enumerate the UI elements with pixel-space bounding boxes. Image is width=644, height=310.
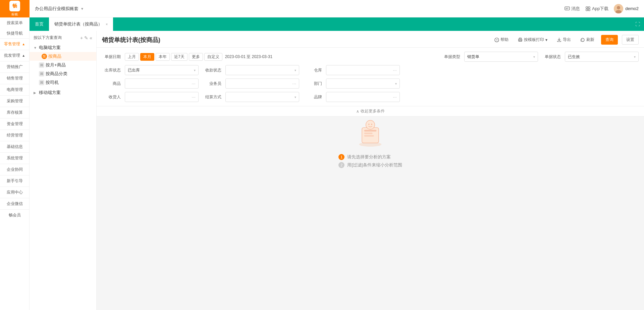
print-btn[interactable]: 按模板打印 ▾ — [515, 36, 550, 44]
date-btn-more[interactable]: 更多 — [189, 53, 203, 61]
goods-label: 商品 — [102, 81, 121, 87]
svg-rect-12 — [519, 40, 521, 41]
sidebar-quick-nav[interactable]: 快捷导航 — [0, 29, 29, 38]
warehouse-field[interactable]: ··· — [326, 65, 400, 75]
print-icon — [518, 38, 523, 42]
sidebar-item-base[interactable]: 基础信息 — [0, 141, 29, 152]
sidebar-item-wechat[interactable]: 企业微信 — [0, 198, 29, 209]
topbar-left: 办公用品行业模拟账套 ▾ — [35, 6, 83, 12]
data-area: 1 请先选择要分析的方案 2 用[过滤]条件来缩小分析范围 — [97, 116, 644, 310]
tab-home[interactable]: 首页 — [30, 17, 49, 31]
receiver-label: 收货人 — [102, 94, 121, 100]
refresh-icon — [580, 38, 585, 42]
topbar-app-btn[interactable]: App下载 — [585, 6, 608, 12]
tree-item-by-category[interactable]: 回 按商品分类 — [30, 69, 96, 78]
tab-close-icon[interactable]: × — [106, 22, 108, 26]
out-status-field[interactable]: 已出库 ▾ — [125, 65, 199, 75]
refresh-btn[interactable]: 刷新 — [578, 36, 597, 44]
dept-field[interactable]: ▾ — [326, 79, 400, 89]
empty-illustration — [354, 116, 387, 150]
tree-item-by-month-goods[interactable]: 回 按月+商品 — [30, 61, 96, 69]
doc-type-label: 单据类型 — [441, 54, 460, 60]
goods-dots-icon: ··· — [192, 81, 196, 86]
tree-mobile-group[interactable]: ▶ 移动端方案 — [30, 88, 96, 97]
logo-icon: 畅 — [9, 1, 20, 11]
brand-field[interactable]: ··· — [326, 92, 400, 102]
sidebar-item-operations[interactable]: 经营管理 — [0, 130, 29, 141]
svg-rect-0 — [565, 7, 570, 10]
doc-type-field[interactable]: 销货单 ▾ — [464, 52, 538, 62]
username-label: demo2 — [625, 6, 639, 11]
settlement-field[interactable]: ▾ — [225, 92, 299, 102]
app-download-icon — [585, 6, 591, 11]
collapse-icon: ∧ — [356, 109, 359, 114]
collapse-more-btn[interactable]: ∧ 收起更多条件 — [97, 106, 644, 116]
sidebar-item-apps[interactable]: 应用中心 — [0, 187, 29, 198]
sidebar-item-member[interactable]: 畅会员 — [0, 209, 29, 221]
salesman-label: 业务员 — [203, 81, 221, 87]
sidebar-item-retail[interactable]: 零售管理 ▲ — [0, 38, 29, 50]
left-panel: 按以下方案查询 + ✎ « ▼ 电脑端方案 按 按商品 回 按月+商品 — [30, 31, 97, 310]
date-range-display: 2023-03-01 至 2023-03-31 — [225, 54, 272, 60]
tip-num-1: 1 — [338, 154, 344, 160]
right-panel: 销货单统计表(按商品) ? 帮助 — [97, 31, 644, 310]
sidebar-item-wholesale[interactable]: 批发管理 ▲ — [0, 50, 29, 61]
topbar-msg-btn[interactable]: 消息 — [565, 6, 580, 12]
tree-item-by-goods[interactable]: 按 按商品 — [30, 52, 96, 61]
sidebar-item-purchase[interactable]: 采购管理 — [0, 95, 29, 107]
export-btn[interactable]: 导出 — [554, 36, 574, 44]
query-btn[interactable]: 查询 — [601, 35, 618, 45]
sidebar-item-collab[interactable]: 企业协同 — [0, 164, 29, 175]
goods-field[interactable]: ··· — [125, 79, 199, 89]
tree-item-by-driver[interactable]: 回 按司机 — [30, 78, 96, 87]
collapse-panel-btn[interactable]: « — [90, 35, 92, 41]
topbar: 办公用品行业模拟账套 ▾ 消息 App下载 — [30, 0, 644, 17]
tree-item-icon: 回 — [39, 62, 44, 68]
sidebar-item-sales[interactable]: 销售管理 — [0, 72, 29, 84]
svg-rect-17 — [364, 135, 374, 137]
date-btn-last-month[interactable]: 上月 — [125, 53, 139, 61]
date-btn-this-month[interactable]: 本月 — [140, 53, 154, 61]
tab-sales-stats[interactable]: 销货单统计表（按商品） × — [49, 17, 113, 31]
svg-rect-16 — [364, 133, 373, 134]
date-btn-7days[interactable]: 近7天 — [171, 53, 187, 61]
filter-area: 单据日期 上月 本月 本年 近7天 — [97, 48, 644, 116]
salesman-dots-icon: ··· — [292, 81, 296, 86]
tab-maximize-icon[interactable]: ⛶ — [631, 21, 644, 27]
topbar-dropdown-icon[interactable]: ▾ — [81, 6, 83, 11]
export-icon — [557, 38, 561, 42]
sidebar-item-guide[interactable]: 新手引导 — [0, 175, 29, 187]
sidebar-item-system[interactable]: 系统管理 — [0, 152, 29, 164]
payment-status-arrow-icon: ▾ — [294, 68, 296, 72]
salesman-field[interactable]: ··· — [225, 79, 299, 89]
brand-dots-icon: ··· — [393, 94, 397, 100]
add-scheme-btn[interactable]: + — [80, 35, 83, 41]
doc-type-arrow-icon: ▾ — [533, 55, 535, 59]
wholesale-arrow-icon: ▲ — [22, 54, 25, 57]
page-actions: ? 帮助 按模板打印 ▾ — [492, 35, 639, 45]
date-btn-custom[interactable]: 自定义 — [204, 53, 222, 61]
content-area: 按以下方案查询 + ✎ « ▼ 电脑端方案 按 按商品 回 按月+商品 — [30, 31, 644, 310]
sidebar-search[interactable]: 搜索菜单 — [0, 17, 29, 29]
sidebar-item-marketing[interactable]: 营销推广 — [0, 61, 29, 72]
date-btn-this-year[interactable]: 本年 — [156, 53, 170, 61]
filter-row-1: 单据日期 上月 本月 本年 近7天 — [102, 52, 639, 62]
svg-text:?: ? — [496, 39, 497, 42]
warehouse-dots-icon: ··· — [393, 67, 397, 73]
payment-status-field[interactable]: ▾ — [225, 65, 299, 75]
sidebar-item-inventory[interactable]: 库存核算 — [0, 107, 29, 118]
help-btn[interactable]: ? 帮助 — [492, 36, 511, 44]
receiver-field[interactable]: ··· — [125, 92, 199, 102]
empty-tips: 1 请先选择要分析的方案 2 用[过滤]条件来缩小分析范围 — [338, 154, 402, 168]
retail-arrow-icon: ▲ — [22, 42, 25, 46]
doc-status-field[interactable]: 已生效 ▾ — [565, 52, 639, 62]
sidebar-item-ecommerce[interactable]: 电商管理 — [0, 84, 29, 95]
sidebar-item-finance[interactable]: 资金管理 — [0, 118, 29, 130]
tabbar: 首页 销货单统计表（按商品） × ⛶ — [30, 17, 644, 31]
tree-item-icon: 回 — [39, 71, 44, 76]
tree-desktop-group[interactable]: ▼ 电脑端方案 — [30, 43, 96, 52]
svg-rect-4 — [588, 9, 590, 11]
settings-btn[interactable]: 设置 — [622, 35, 639, 45]
edit-scheme-btn[interactable]: ✎ — [84, 35, 88, 41]
topbar-user[interactable]: demo2 — [614, 4, 639, 13]
